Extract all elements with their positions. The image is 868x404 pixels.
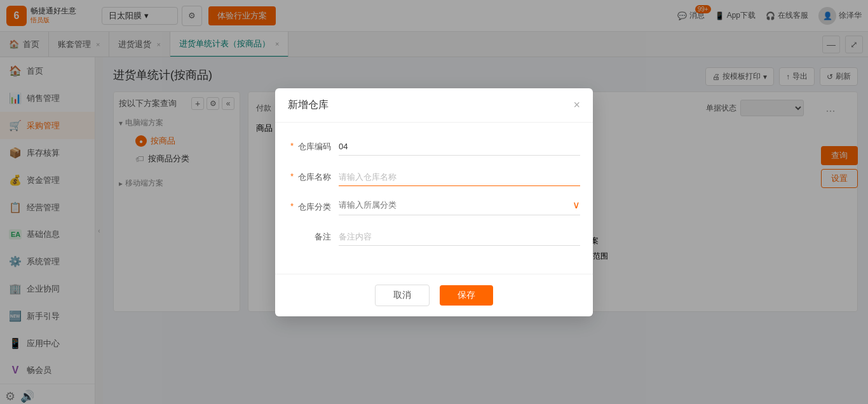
warehouse-code-row: 仓库编码 xyxy=(288,138,580,156)
cancel-button[interactable]: 取消 xyxy=(375,285,430,306)
warehouse-note-input[interactable] xyxy=(339,228,580,246)
modal-overlay[interactable]: 新增仓库 × 仓库编码 仓库名称 仓库分类 ∨ xyxy=(0,0,868,404)
save-button[interactable]: 保存 xyxy=(440,285,493,306)
warehouse-category-row: 仓库分类 ∨ xyxy=(288,199,580,215)
modal-footer: 取消 保存 xyxy=(275,274,593,316)
warehouse-name-input[interactable] xyxy=(339,168,580,186)
category-select[interactable]: ∨ xyxy=(339,199,580,215)
modal-body: 仓库编码 仓库名称 仓库分类 ∨ 备注 xyxy=(275,123,593,274)
category-label: 仓库分类 xyxy=(288,201,339,213)
modal-title: 新增仓库 xyxy=(288,98,329,112)
name-label: 仓库名称 xyxy=(288,172,339,183)
category-input[interactable] xyxy=(339,200,573,210)
modal-close-button[interactable]: × xyxy=(573,99,580,111)
category-chevron-icon: ∨ xyxy=(573,199,580,211)
warehouse-name-row: 仓库名称 xyxy=(288,168,580,186)
modal-header: 新增仓库 × xyxy=(275,88,593,123)
new-warehouse-modal: 新增仓库 × 仓库编码 仓库名称 仓库分类 ∨ xyxy=(275,88,593,316)
code-label: 仓库编码 xyxy=(288,141,339,152)
note-label: 备注 xyxy=(288,231,339,243)
warehouse-note-row: 备注 xyxy=(288,228,580,246)
warehouse-code-input[interactable] xyxy=(339,138,580,156)
